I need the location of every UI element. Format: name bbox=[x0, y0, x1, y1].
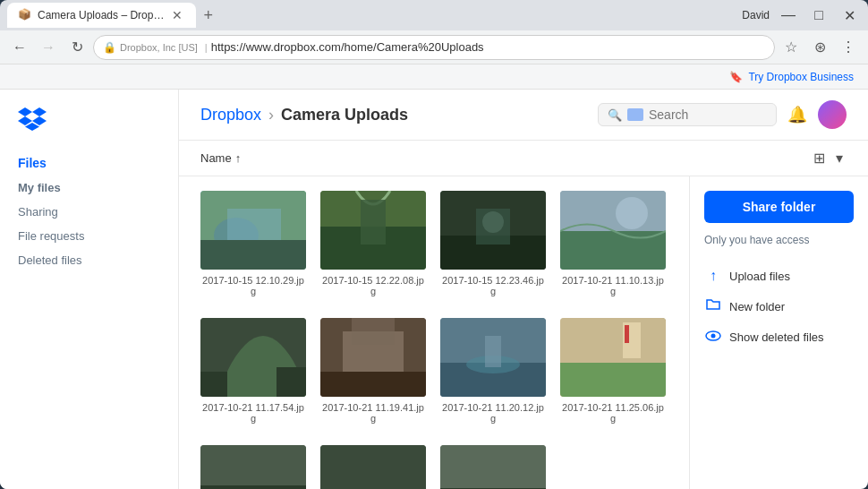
info-bar-icon: 🔖 bbox=[729, 71, 743, 83]
sidebar-item-sharing[interactable]: Sharing bbox=[0, 200, 178, 224]
notifications-button[interactable]: 🔔 bbox=[787, 105, 807, 124]
nav-bar: ← → ↻ 🔒 Dropbox, Inc [US] | ☆ ⊛ ⋮ bbox=[0, 30, 868, 64]
tab-title: Camera Uploads – Drop… bbox=[38, 9, 164, 21]
file-name: 2017-10-21 11.10.13.jpg bbox=[560, 275, 666, 296]
sidebar-item-deletedfiles[interactable]: Deleted files bbox=[0, 248, 178, 272]
file-thumbnail bbox=[560, 318, 666, 397]
photo-svg-3 bbox=[440, 191, 546, 270]
search-box[interactable]: 🔍 bbox=[598, 103, 777, 126]
svg-point-13 bbox=[616, 197, 648, 229]
dropbox-logo-icon bbox=[18, 107, 47, 133]
breadcrumb-separator: › bbox=[268, 106, 274, 124]
photo-svg-9a bbox=[200, 445, 306, 489]
file-name: 2017-10-15 12.22.08.jpg bbox=[320, 275, 426, 296]
file-name: 2017-10-21 11.19.41.jpg bbox=[320, 402, 426, 424]
forward-button[interactable]: → bbox=[36, 35, 61, 60]
photo-svg-7 bbox=[440, 318, 546, 397]
browser-tab[interactable]: 📦 Camera Uploads – Drop… ✕ bbox=[7, 3, 196, 28]
file-item[interactable] bbox=[320, 445, 426, 489]
right-panel: Share folder Only you have access ↑ Uplo… bbox=[689, 176, 868, 489]
sidebar-item-filerequests[interactable]: File requests bbox=[0, 224, 178, 248]
file-thumbnail bbox=[200, 445, 306, 489]
refresh-button[interactable]: ↻ bbox=[64, 35, 89, 60]
file-item[interactable]: 2017-10-21 11.17.54.jpg bbox=[200, 318, 306, 424]
photo-svg-6 bbox=[320, 318, 426, 397]
photo-svg-5 bbox=[200, 318, 306, 397]
lock-icon: 🔒 bbox=[103, 41, 116, 54]
search-icon: 🔍 bbox=[608, 108, 622, 122]
address-bar-container[interactable]: 🔒 Dropbox, Inc [US] | bbox=[93, 35, 775, 60]
info-bar: 🔖 Try Dropbox Business bbox=[0, 64, 868, 90]
sidebar: Files My files Sharing File requests Del… bbox=[0, 90, 179, 489]
file-item[interactable]: 2017-10-21 11.25.06.jpg bbox=[560, 318, 666, 424]
app-container: Files My files Sharing File requests Del… bbox=[0, 90, 868, 489]
tab-favicon: 📦 bbox=[18, 8, 32, 22]
svg-rect-20 bbox=[352, 318, 395, 345]
svg-rect-28 bbox=[625, 325, 629, 343]
back-button[interactable]: ← bbox=[7, 35, 32, 60]
file-name: 2017-10-21 11.17.54.jpg bbox=[200, 402, 306, 424]
files-row-2: 2017-10-21 11.17.54.jpg bbox=[200, 318, 668, 424]
file-item[interactable]: 2017-10-21 11.20.12.jpg bbox=[440, 318, 546, 424]
sidebar-item-myfiles[interactable]: My files bbox=[0, 176, 178, 200]
svg-rect-2 bbox=[200, 240, 306, 270]
files-grid-area: 2017-10-15 12.10.29.jpg bbox=[179, 176, 689, 489]
svg-rect-29 bbox=[200, 445, 306, 489]
file-item[interactable]: 2017-10-21 11.19.41.jpg bbox=[320, 318, 426, 424]
new-folder-action[interactable]: New folder bbox=[704, 291, 854, 322]
menu-button[interactable]: ⋮ bbox=[836, 35, 861, 60]
file-item[interactable]: 2017-10-21 11.10.13.jpg bbox=[560, 191, 666, 296]
upload-files-action[interactable]: ↑ Upload files bbox=[704, 261, 854, 291]
share-folder-button[interactable]: Share folder bbox=[704, 191, 854, 223]
photo-svg-2 bbox=[320, 191, 426, 270]
content-header: Dropbox › Camera Uploads 🔍 🔔 bbox=[179, 90, 868, 141]
sidebar-item-files[interactable]: Files bbox=[0, 150, 178, 176]
upload-icon: ↑ bbox=[704, 268, 722, 284]
svg-rect-33 bbox=[440, 445, 546, 489]
access-text: Only you have access bbox=[704, 234, 854, 246]
extensions-button[interactable]: ⊛ bbox=[807, 35, 832, 60]
show-deleted-label: Show deleted files bbox=[729, 330, 824, 344]
maximize-button[interactable]: □ bbox=[807, 4, 830, 27]
new-tab-button[interactable]: + bbox=[200, 6, 217, 25]
title-bar-right: David — □ ✕ bbox=[742, 4, 861, 27]
close-button[interactable]: ✕ bbox=[838, 4, 861, 27]
file-toolbar: Name ↑ ⊞ ▾ bbox=[179, 141, 868, 176]
minimize-button[interactable]: — bbox=[777, 4, 800, 27]
eye-svg-icon bbox=[705, 330, 721, 341]
svg-rect-30 bbox=[200, 485, 306, 489]
address-input[interactable] bbox=[211, 40, 765, 54]
file-thumbnail bbox=[560, 191, 666, 270]
search-input[interactable] bbox=[649, 107, 738, 122]
file-item[interactable] bbox=[200, 445, 306, 489]
file-item[interactable]: 2017-10-15 12.10.29.jpg bbox=[200, 191, 306, 296]
file-thumbnail bbox=[320, 445, 426, 489]
breadcrumb: Dropbox › Camera Uploads bbox=[200, 106, 408, 124]
show-deleted-action[interactable]: Show deleted files bbox=[704, 322, 854, 352]
content: Dropbox › Camera Uploads 🔍 🔔 bbox=[179, 90, 868, 489]
file-name: 2017-10-21 11.20.12.jpg bbox=[440, 402, 546, 424]
breadcrumb-root-link[interactable]: Dropbox bbox=[200, 106, 261, 124]
folder-icon bbox=[704, 298, 722, 314]
avatar[interactable] bbox=[818, 100, 847, 129]
grid-view-button[interactable]: ⊞ bbox=[810, 148, 829, 168]
info-bar-text[interactable]: Try Dropbox Business bbox=[748, 71, 854, 83]
file-item[interactable] bbox=[440, 445, 546, 489]
file-thumbnail bbox=[200, 318, 306, 397]
svg-point-36 bbox=[711, 334, 716, 339]
title-bar-left: 📦 Camera Uploads – Drop… ✕ + bbox=[7, 3, 738, 28]
view-dropdown-button[interactable]: ▾ bbox=[832, 148, 847, 168]
file-item[interactable]: 2017-10-15 12.23.46.jpg bbox=[440, 191, 546, 296]
file-item[interactable]: 2017-10-15 12.22.08.jpg bbox=[320, 191, 426, 296]
upload-files-label: Upload files bbox=[729, 270, 790, 283]
file-sort-name[interactable]: Name ↑ bbox=[200, 151, 803, 165]
file-name: 2017-10-21 11.25.06.jpg bbox=[560, 402, 666, 424]
tab-close-button[interactable]: ✕ bbox=[169, 7, 185, 23]
file-thumbnail bbox=[440, 445, 546, 489]
bookmark-button[interactable]: ☆ bbox=[779, 35, 804, 60]
sidebar-logo bbox=[0, 107, 178, 150]
photo-svg-9c bbox=[440, 445, 546, 489]
svg-rect-26 bbox=[560, 363, 666, 397]
nav-actions: ☆ ⊛ ⋮ bbox=[779, 35, 861, 60]
file-thumbnail bbox=[320, 318, 426, 397]
